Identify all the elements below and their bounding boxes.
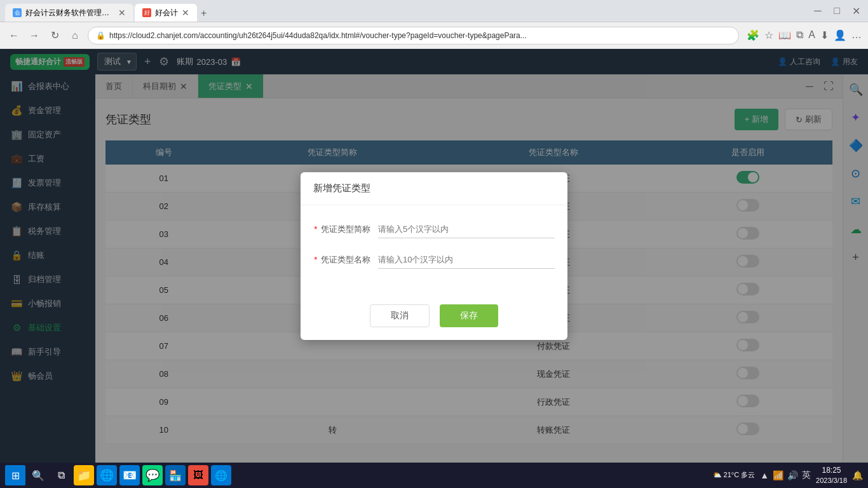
notification-icon[interactable]: 🔔 bbox=[852, 470, 863, 480]
modal-title: 新增凭证类型 bbox=[313, 182, 370, 193]
taskbar-app-edge[interactable]: 🌐 bbox=[97, 465, 117, 485]
taskbar-right: ⛅ 21°C 多云 ▲ 📶 🔊 英 18:25 2023/3/18 🔔 bbox=[713, 466, 864, 485]
save-button[interactable]: 保存 bbox=[440, 304, 498, 327]
minimize-button[interactable]: ─ bbox=[811, 5, 825, 17]
taskview-button[interactable]: ⧉ bbox=[51, 465, 71, 485]
weather-temp: 21°C 多云 bbox=[724, 471, 756, 478]
modal-body: * 凭证类型简称 * 凭证类型名称 bbox=[301, 205, 567, 297]
full-name-input[interactable] bbox=[378, 251, 555, 269]
tab-bar: 会 好会计云财务软件管理系统_会计 ✕ 好 好会计 ✕ + bbox=[5, 0, 807, 22]
language-btn[interactable]: 英 bbox=[802, 470, 811, 481]
new-tab-button[interactable]: + bbox=[198, 5, 209, 22]
modal-footer: 取消 保存 bbox=[301, 297, 567, 340]
url-input[interactable]: 🔒 https://cloud2.chanjet.com/accounting/… bbox=[88, 27, 739, 44]
browser-chrome: 会 好会计云财务软件管理系统_会计 ✕ 好 好会计 ✕ + ─ □ ✕ bbox=[0, 0, 868, 22]
browser-tab-2[interactable]: 好 好会计 ✕ bbox=[135, 4, 197, 22]
short-name-label: * 凭证类型简称 bbox=[313, 224, 370, 235]
battery-icon[interactable]: ▲ bbox=[760, 470, 769, 480]
start-button[interactable]: ⊞ bbox=[5, 465, 25, 485]
clock-time: 18:25 bbox=[816, 466, 847, 476]
maximize-button[interactable]: □ bbox=[830, 5, 844, 17]
favorites-icon[interactable]: ☆ bbox=[764, 29, 773, 41]
taskbar-app-explorer[interactable]: 📁 bbox=[74, 465, 94, 485]
short-name-input[interactable] bbox=[378, 220, 555, 238]
taskbar-app-app4[interactable]: 💬 bbox=[142, 465, 163, 485]
tab-favicon-1: 会 bbox=[13, 8, 22, 17]
more-icon[interactable]: … bbox=[851, 29, 862, 41]
reload-button[interactable]: ↻ bbox=[47, 29, 62, 41]
profile-icon[interactable]: 👤 bbox=[834, 29, 846, 41]
tab-title-1: 好会计云财务软件管理系统_会计 bbox=[25, 8, 114, 18]
weather-icon: ⛅ bbox=[713, 471, 722, 478]
required-marker-1: * bbox=[314, 224, 317, 234]
download-icon[interactable]: ⬇ bbox=[820, 29, 829, 41]
full-name-label: * 凭证类型名称 bbox=[313, 254, 370, 266]
window-controls: ─ □ ✕ bbox=[811, 5, 863, 17]
lock-icon: 🔒 bbox=[96, 31, 105, 40]
weather-info: ⛅ 21°C 多云 bbox=[713, 470, 756, 480]
close-button[interactable]: ✕ bbox=[849, 5, 863, 17]
back-button[interactable]: ← bbox=[6, 30, 22, 41]
modal-overlay: 新增凭证类型 * 凭证类型简称 * 凭证类型名称 取消 保存 bbox=[0, 49, 868, 463]
url-text: https://cloud2.chanjet.com/accounting/uh… bbox=[109, 31, 731, 40]
clock-date: 2023/3/18 bbox=[816, 476, 847, 485]
tab-favicon-2: 好 bbox=[142, 8, 151, 17]
cancel-button[interactable]: 取消 bbox=[370, 304, 430, 327]
volume-icon[interactable]: 🔊 bbox=[787, 470, 798, 480]
short-name-row: * 凭证类型简称 bbox=[313, 220, 555, 238]
search-taskbar-button[interactable]: 🔍 bbox=[28, 465, 48, 485]
full-name-row: * 凭证类型名称 bbox=[313, 251, 555, 269]
wifi-icon[interactable]: 📶 bbox=[773, 470, 783, 480]
split-icon[interactable]: ⧉ bbox=[796, 29, 803, 41]
address-bar: ← → ↻ ⌂ 🔒 https://cloud2.chanjet.com/acc… bbox=[0, 22, 868, 49]
taskbar-system-icons: ▲ 📶 🔊 英 bbox=[760, 470, 811, 481]
taskbar-app-store[interactable]: 🏪 bbox=[165, 465, 186, 485]
taskbar-clock[interactable]: 18:25 2023/3/18 bbox=[816, 466, 847, 485]
windows-icon: ⊞ bbox=[11, 470, 20, 482]
extensions-icon[interactable]: 🧩 bbox=[747, 29, 759, 41]
close-tab-1-icon[interactable]: ✕ bbox=[118, 8, 126, 18]
taskbar: ⊞ 🔍 ⧉ 📁 🌐 📧 💬 🏪 🖼 🌐 ⛅ 21°C 多云 ▲ 📶 🔊 英 18… bbox=[0, 463, 868, 488]
add-voucher-type-modal: 新增凭证类型 * 凭证类型简称 * 凭证类型名称 取消 保存 bbox=[301, 172, 567, 340]
home-button[interactable]: ⌂ bbox=[67, 30, 83, 41]
read-icon[interactable]: 📖 bbox=[778, 29, 791, 41]
forward-button[interactable]: → bbox=[27, 30, 42, 41]
modal-header: 新增凭证类型 bbox=[301, 172, 567, 205]
taskbar-app-outlook[interactable]: 📧 bbox=[119, 465, 140, 485]
required-marker-2: * bbox=[314, 255, 317, 264]
close-tab-2-icon[interactable]: ✕ bbox=[182, 8, 189, 18]
tab-title-2: 好会计 bbox=[155, 8, 178, 18]
browser-tab-1[interactable]: 会 好会计云财务软件管理系统_会计 ✕ bbox=[5, 4, 133, 22]
taskbar-app-browser2[interactable]: 🌐 bbox=[211, 465, 231, 485]
zoom-icon[interactable]: A bbox=[808, 29, 815, 41]
taskbar-app-photos[interactable]: 🖼 bbox=[188, 465, 208, 485]
browser-tools: 🧩 ☆ 📖 ⧉ A ⬇ 👤 … bbox=[747, 29, 862, 41]
